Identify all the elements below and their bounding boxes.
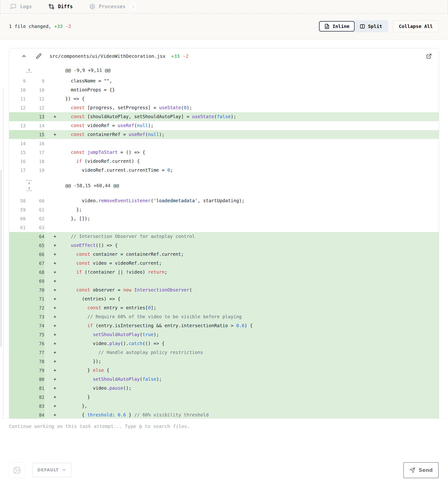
deletions-count: -2 — [65, 24, 71, 29]
line-change-marker: + — [44, 232, 65, 241]
line-code: videoRef.current.currentTime = 0; — [65, 166, 439, 175]
collapse-file-button[interactable] — [21, 54, 26, 59]
profile-select[interactable]: DEFAULT — [32, 463, 71, 477]
line-change-marker: + — [44, 339, 65, 348]
new-line-number: 78 — [26, 357, 44, 366]
line-code: if (videoRef.current) { — [65, 157, 439, 166]
line-code: const jumpToStart = () => { — [65, 148, 439, 157]
line-change-marker — [44, 77, 65, 85]
old-line-number: 10 — [9, 85, 26, 94]
tab-processes-label: Processes — [99, 4, 126, 9]
file-additions-count: +33 — [171, 53, 180, 59]
expand-down-button[interactable]: ↓ — [26, 180, 32, 185]
left-scrollbar-thumb[interactable] — [1, 170, 1, 347]
collapse-all-button[interactable]: Collapse All — [393, 20, 439, 32]
profile-select-value: DEFAULT — [37, 468, 59, 472]
expand-up-arrow-icon: ↑ — [28, 68, 30, 72]
old-line-number — [9, 232, 26, 241]
line-code: const [shouldAutoPlay, setShouldAutoPlay… — [65, 112, 439, 121]
line-change-marker: + — [44, 348, 65, 357]
split-view-label: Split — [368, 24, 382, 29]
top-bar: Logs Diffs Processes 3 1 file changed, +… — [0, 0, 448, 40]
old-line-number — [9, 285, 26, 294]
edit-file-icon — [36, 53, 41, 59]
diff-line: 1517 const jumpToStart = () => { — [9, 148, 439, 157]
tab-logs[interactable]: Logs — [10, 4, 32, 10]
diff-line: 80+ setShouldAutoPlay(false); — [9, 375, 439, 384]
line-change-marker — [44, 205, 65, 214]
old-line-number: 16 — [9, 157, 26, 166]
line-code: setShouldAutoPlay(false); — [65, 375, 439, 384]
line-code: // Handle autoplay policy restrictions — [65, 348, 439, 357]
diff-line: 78+ }); — [9, 357, 439, 366]
expand-down-arrow-icon: ↓ — [28, 181, 30, 185]
diff-line: 72+ const entry = entries[0]; — [9, 303, 439, 312]
file-diff-card: src/components/ui/VideoWithDecoration.js… — [9, 48, 439, 419]
diff-line: 1416 — [9, 139, 439, 148]
diff-line: 76+ video.play().catch(() => { — [9, 339, 439, 348]
split-view-button[interactable]: Split — [355, 21, 387, 32]
diff-line: 84+ { threshold: 0.6 } // 60% visibility… — [9, 411, 439, 419]
line-code: if (entry.isIntersecting && entry.inters… — [65, 321, 439, 330]
new-line-number: 10 — [26, 85, 44, 94]
line-code: }, — [65, 402, 439, 411]
hunk-range: @@ -58,15 +60,44 @@ — [65, 183, 119, 188]
line-change-marker: + — [44, 366, 65, 375]
hunk-header: ↑@@ -9,9 +9,11 @@ — [9, 64, 439, 77]
diff-line: 82+ } — [9, 393, 439, 402]
line-code: }; — [65, 205, 439, 214]
new-line-number: 71 — [26, 294, 44, 303]
tab-processes[interactable]: Processes 3 — [89, 3, 137, 10]
diff-line: 70+ const observer = new IntersectionObs… — [9, 285, 439, 294]
old-line-number: 17 — [9, 166, 26, 175]
diff-line: 6163 — [9, 223, 439, 232]
message-composer: DEFAULT Send — [0, 419, 448, 489]
expand-up-button[interactable]: ↑ — [26, 187, 32, 191]
line-change-marker — [44, 196, 65, 205]
line-change-marker: + — [44, 384, 65, 393]
expand-up-button[interactable]: ↑ — [26, 68, 32, 73]
diff-line: 1212 const [progress, setProgress] = use… — [9, 103, 439, 112]
message-input[interactable] — [9, 424, 408, 452]
hunk-range: @@ -9,9 +9,11 @@ — [65, 67, 111, 73]
line-code: } — [65, 393, 439, 402]
open-in-editor-button[interactable] — [426, 53, 432, 59]
gear-icon — [89, 4, 95, 10]
diff-line: 75+ setShouldAutoPlay(true); — [9, 330, 439, 339]
diff-line: 13+ const [shouldAutoPlay, setShouldAuto… — [9, 112, 439, 121]
line-code: const entry = entries[0]; — [65, 303, 439, 312]
diff-line: 66+ const container = containerRef.curre… — [9, 250, 439, 259]
line-change-marker: + — [44, 241, 65, 250]
old-line-number: 61 — [9, 223, 26, 232]
diff-line: 1111}) => { — [9, 94, 439, 103]
diff-line: 65+ useEffect(() => { — [9, 241, 439, 250]
line-code: video.pause(); — [65, 384, 439, 393]
new-line-number: 19 — [26, 166, 44, 175]
old-line-number: 14 — [9, 139, 26, 148]
line-change-marker: + — [44, 259, 65, 268]
line-change-marker — [44, 223, 65, 232]
line-change-marker — [44, 139, 65, 148]
diff-line: 1010 motionProps = {} — [9, 85, 439, 94]
expand-dots — [26, 190, 32, 191]
old-line-number — [9, 339, 26, 348]
hunk-expand-controls: ↑ — [9, 68, 49, 73]
line-change-marker: + — [44, 393, 65, 402]
new-line-number: 75 — [26, 330, 44, 339]
attach-image-button[interactable] — [9, 462, 25, 478]
file-path: src/components/ui/VideoWithDecoration.js… — [49, 53, 166, 59]
line-code: { threshold: 0.6 } // 60% visibility thr… — [65, 411, 439, 419]
line-code: setShouldAutoPlay(true); — [65, 330, 439, 339]
send-button[interactable]: Send — [403, 462, 439, 478]
line-code: video.play().catch(() => { — [65, 339, 439, 348]
line-code: className = "", — [65, 77, 439, 85]
diff-line: 5860 video.removeEventListener('loadedme… — [9, 196, 439, 205]
tab-diffs[interactable]: Diffs — [48, 4, 73, 10]
new-line-number: 84 — [26, 411, 44, 419]
inline-view-button[interactable]: Inline — [319, 21, 355, 32]
git-compare-icon — [48, 4, 55, 10]
old-line-number — [9, 250, 26, 259]
old-line-number: 15 — [9, 148, 26, 157]
diff-line: 67+ const video = videoRef.current; — [9, 259, 439, 268]
line-code: } else { — [65, 366, 439, 375]
